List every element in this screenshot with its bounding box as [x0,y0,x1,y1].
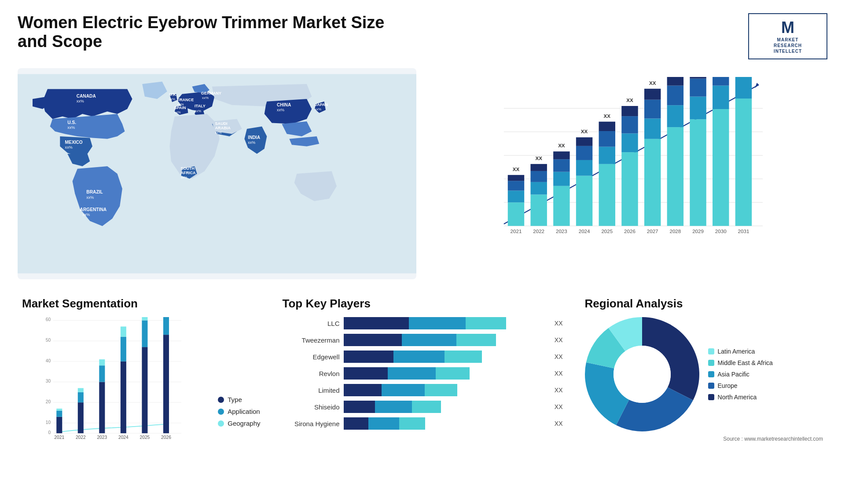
svg-rect-91 [690,79,706,97]
source-text: Source : www.marketresearchintellect.com [585,436,823,442]
svg-rect-44 [508,175,524,181]
svg-rect-60 [576,160,592,176]
svg-rect-74 [621,106,638,116]
svg-text:2025: 2025 [602,229,613,234]
player-bar-wrap-edgewell [344,351,546,363]
svg-rect-131 [121,337,126,362]
svg-rect-133 [142,347,147,433]
svg-text:2026: 2026 [624,229,636,234]
svg-rect-50 [531,164,547,171]
svg-text:xx%: xx% [77,99,84,103]
legend-type: Type [218,396,260,403]
svg-rect-95 [713,109,729,226]
player-name-sirona: Sirona Hygiene [282,420,339,427]
svg-text:30: 30 [46,379,51,383]
player-name-tweezerman: Tweezerman [282,336,339,344]
legend-type-label: Type [228,396,242,403]
legend-application: Application [218,408,260,415]
player-row-limited: Limited XX [282,384,562,396]
svg-text:2025: 2025 [140,435,150,440]
legend-geography-label: Geography [228,420,260,427]
svg-rect-53 [553,186,569,226]
donut-legend: Latin America Middle East & Africa Asia … [708,348,773,401]
svg-text:50: 50 [46,338,51,343]
legend-type-dot [218,397,224,403]
legend-north-america-label: North America [718,394,757,401]
svg-text:SAUDI: SAUDI [215,121,228,126]
svg-rect-89 [690,119,706,226]
svg-text:FRANCE: FRANCE [177,98,194,102]
svg-text:ARABIA: ARABIA [215,126,231,130]
svg-text:XX: XX [649,80,656,86]
svg-rect-128 [99,365,105,382]
player-bar-wrap-llc [344,317,546,329]
logo: M MARKETRESEARCHINTELLECT [748,13,827,59]
svg-rect-42 [508,190,524,202]
svg-rect-56 [553,151,569,159]
svg-rect-124 [78,402,84,433]
svg-rect-86 [667,77,683,86]
donut-wrap: Latin America Middle East & Africa Asia … [585,317,823,431]
svg-rect-79 [644,100,661,119]
player-row-llc: LLC XX [282,317,562,329]
legend-mea-label: Middle East & Africa [718,359,773,366]
svg-text:GERMANY: GERMANY [201,91,221,95]
svg-rect-71 [621,152,638,226]
svg-text:40: 40 [46,358,51,363]
svg-text:XX: XX [558,143,565,148]
bar-seg-mid [409,317,466,329]
player-bar-edgewell [344,351,481,363]
svg-rect-123 [56,409,62,411]
svg-text:2023: 2023 [556,229,567,234]
legend-middle-east-africa: Middle East & Africa [708,359,773,366]
svg-rect-125 [78,392,84,402]
legend-europe-label: Europe [718,382,738,389]
player-bar-revlon [344,367,469,380]
bar-seg-light [466,317,506,329]
legend-europe: Europe [708,382,773,389]
players-list: LLC XX Tweezerman [282,317,562,430]
bottom-section: Market Segmentation 60 50 40 30 20 10 0 [18,292,827,446]
svg-text:20: 20 [46,399,51,404]
legend-latin-america-color [708,348,714,354]
legend-application-label: Application [228,408,260,415]
player-row-tweezerman: Tweezerman XX [282,334,562,346]
logo-text: MARKETRESEARCHINTELLECT [774,37,802,54]
svg-text:CHINA: CHINA [277,102,291,107]
svg-text:2024: 2024 [579,229,590,234]
svg-rect-61 [576,146,592,160]
players-title: Top Key Players [282,297,562,310]
svg-text:xx%: xx% [315,107,321,111]
player-bar-wrap-tweezerman [344,334,546,346]
player-val-shiseido: XX [555,401,563,413]
svg-text:U.K.: U.K. [169,92,177,97]
segmentation-inner: 60 50 40 30 20 10 0 [22,317,260,440]
map-svg: CANADA xx% U.S. xx% MEXICO xx% BRAZIL xx… [18,68,416,279]
svg-rect-49 [531,171,547,182]
svg-rect-129 [99,359,105,365]
logo-letter: M [781,18,794,37]
svg-rect-127 [99,382,105,433]
legend-latin-america-label: Latin America [718,348,755,355]
svg-text:xx%: xx% [202,96,209,100]
regional-section: Regional Analysis Lati [580,292,827,446]
svg-rect-126 [78,388,84,392]
svg-rect-68 [599,122,615,131]
segmentation-title: Market Segmentation [22,297,260,310]
page-title: Women Electric Eyebrow Trimmer Market Si… [18,13,414,51]
svg-text:xx%: xx% [82,212,90,217]
legend-asia-pacific: Asia Pacific [708,371,773,378]
bar-chart-svg: XX 2021 XX 2022 XX 2023 [456,77,819,257]
player-val-tweezerman: XX [555,334,563,346]
svg-text:2022: 2022 [76,435,86,440]
segmentation-chart: 60 50 40 30 20 10 0 [22,317,209,440]
legend-mea-color [708,360,714,366]
donut-chart-svg [585,317,699,431]
svg-rect-73 [621,116,638,133]
player-bar-wrap-limited [344,384,546,396]
player-name-edgewell: Edgewell [282,353,339,361]
svg-text:xx%: xx% [86,195,94,200]
svg-text:2024: 2024 [118,435,129,440]
svg-text:xx%: xx% [195,109,201,113]
player-row-shiseido: Shiseido XX [282,401,562,413]
